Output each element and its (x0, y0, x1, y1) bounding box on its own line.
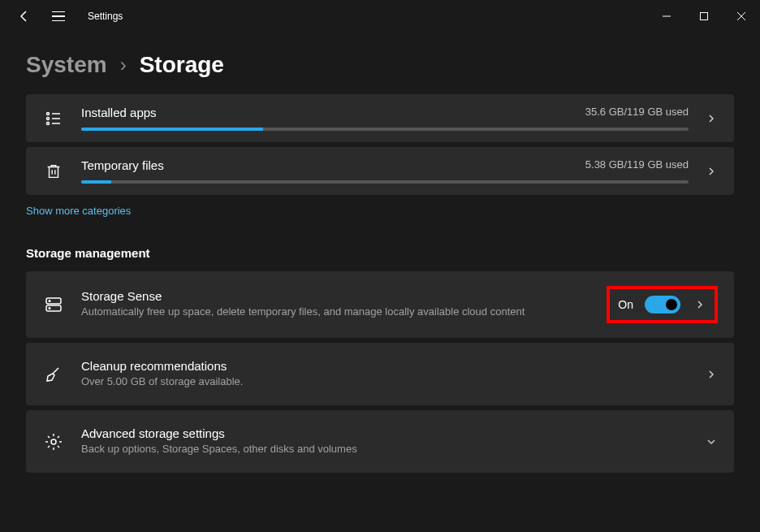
drive-icon (42, 293, 65, 316)
app-title: Settings (88, 11, 123, 22)
cleanup-recommendations-row[interactable]: Cleanup recommendations Over 5.00 GB of … (26, 343, 734, 405)
hamburger-menu-icon[interactable] (52, 8, 68, 24)
section-heading: Storage management (26, 246, 734, 260)
category-title: Installed apps (81, 106, 157, 119)
cleanup-title: Cleanup recommendations (81, 359, 689, 373)
category-temporary-files[interactable]: Temporary files 5.38 GB/119 GB used (26, 147, 734, 195)
advanced-description: Back up options, Storage Spaces, other d… (81, 442, 560, 456)
broom-icon (42, 363, 65, 386)
category-usage: 5.38 GB/119 GB used (585, 158, 689, 171)
progress-bar (81, 180, 689, 184)
maximize-button[interactable] (685, 0, 723, 32)
cleanup-description: Over 5.00 GB of storage available. (81, 374, 560, 389)
storage-sense-description: Automatically free up space, delete temp… (81, 305, 560, 319)
chevron-right-icon (693, 298, 706, 311)
svg-rect-1 (701, 13, 708, 20)
svg-point-11 (49, 308, 50, 309)
svg-point-4 (47, 117, 50, 119)
close-button[interactable] (723, 0, 760, 32)
category-usage: 35.6 GB/119 GB used (585, 106, 689, 118)
chevron-down-icon (705, 435, 718, 448)
chevron-right-icon (705, 368, 718, 381)
svg-point-12 (51, 439, 56, 444)
storage-sense-title: Storage Sense (81, 289, 590, 303)
breadcrumb: System › Storage (0, 32, 760, 94)
svg-point-6 (47, 122, 50, 124)
progress-bar (81, 128, 689, 131)
highlight-annotation: On (607, 286, 718, 323)
show-more-categories-link[interactable]: Show more categories (26, 205, 734, 217)
storage-sense-toggle[interactable] (645, 296, 680, 314)
chevron-right-icon (705, 112, 718, 125)
advanced-title: Advanced storage settings (81, 426, 689, 440)
apps-icon (42, 107, 65, 130)
category-title: Temporary files (81, 158, 164, 172)
minimize-button[interactable] (648, 0, 685, 32)
titlebar: Settings (0, 0, 760, 32)
breadcrumb-system[interactable]: System (26, 52, 107, 78)
trash-icon (42, 160, 65, 183)
gear-icon (42, 430, 65, 453)
chevron-right-icon (705, 165, 718, 178)
svg-point-2 (47, 112, 50, 115)
back-button[interactable] (16, 8, 32, 24)
page-title: Storage (140, 52, 224, 78)
toggle-state-label: On (618, 298, 633, 311)
category-installed-apps[interactable]: Installed apps 35.6 GB/119 GB used (26, 94, 734, 142)
breadcrumb-separator: › (120, 54, 127, 76)
svg-point-10 (49, 301, 50, 302)
advanced-storage-row[interactable]: Advanced storage settings Back up option… (26, 410, 734, 473)
storage-sense-row[interactable]: Storage Sense Automatically free up spac… (26, 271, 734, 338)
